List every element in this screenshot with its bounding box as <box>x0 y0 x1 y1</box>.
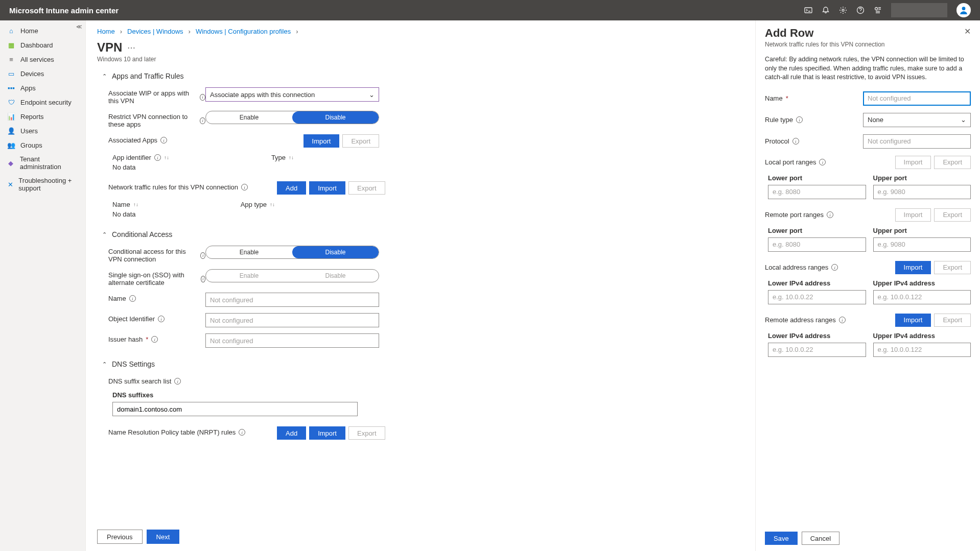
sidebar-item-apps[interactable]: ▪▪▪Apps <box>0 81 85 95</box>
info-icon[interactable]: i <box>241 184 248 190</box>
info-icon[interactable]: i <box>239 429 245 436</box>
info-icon[interactable]: i <box>174 378 181 385</box>
rule-type-dropdown[interactable]: None⌄ <box>863 113 971 127</box>
info-icon[interactable]: i <box>160 137 167 143</box>
tenant-icon: ◆ <box>7 159 15 167</box>
sidebar-item-groups[interactable]: 👥Groups <box>0 138 85 152</box>
suffix-input[interactable] <box>112 402 358 416</box>
cloudshell-icon[interactable] <box>804 6 812 14</box>
sidebar-item-label: Dashboard <box>20 41 53 49</box>
sidebar-item-label: Devices <box>20 70 44 78</box>
avatar[interactable] <box>956 3 971 17</box>
sidebar-item-dashboard[interactable]: ▦Dashboard <box>0 38 85 52</box>
collapse-icon[interactable]: ≪ <box>76 23 82 30</box>
info-icon[interactable]: i <box>129 295 136 302</box>
lower-port-input[interactable] <box>768 185 866 199</box>
help-icon[interactable] <box>856 6 865 14</box>
info-icon[interactable]: i <box>839 317 846 323</box>
info-icon[interactable]: i <box>201 276 205 282</box>
toggle-disable[interactable]: Disable <box>292 111 379 124</box>
sidebar-item-endpoint-security[interactable]: 🛡Endpoint security <box>0 95 85 109</box>
toggle-enable[interactable]: Enable <box>206 246 292 258</box>
col-name[interactable]: Name <box>112 201 130 208</box>
account-block[interactable] <box>891 3 947 17</box>
col-type[interactable]: Type <box>271 154 286 161</box>
export-button: Export <box>934 261 971 274</box>
upper-port-input[interactable] <box>873 237 971 252</box>
lower-port-input[interactable] <box>768 237 866 252</box>
import-button[interactable]: Import <box>895 261 931 274</box>
import-button[interactable]: Import <box>309 426 345 440</box>
restrict-toggle[interactable]: EnableDisable <box>205 111 379 124</box>
sort-icon[interactable]: ↑↓ <box>164 155 169 160</box>
info-icon[interactable]: i <box>158 316 165 322</box>
previous-button[interactable]: Previous <box>97 530 143 544</box>
info-icon[interactable]: i <box>151 336 158 343</box>
protocol-input[interactable] <box>863 134 971 149</box>
import-button[interactable]: Import <box>304 134 340 148</box>
add-button[interactable]: Add <box>277 181 306 195</box>
section-toggle[interactable]: ⌃DNS Settings <box>102 360 744 368</box>
sort-icon[interactable]: ↑↓ <box>289 155 294 160</box>
add-button[interactable]: Add <box>277 426 306 440</box>
info-icon[interactable]: i <box>831 264 838 271</box>
close-icon[interactable]: ✕ <box>964 27 971 36</box>
col-app-id[interactable]: App identifier <box>112 154 151 161</box>
import-button[interactable]: Import <box>309 181 345 195</box>
chevron-right-icon: › <box>296 28 298 35</box>
sidebar-item-devices[interactable]: ▭Devices <box>0 66 85 81</box>
info-icon[interactable]: i <box>792 138 799 145</box>
name-input[interactable] <box>863 91 971 106</box>
info-icon[interactable]: i <box>200 252 205 259</box>
import-button[interactable]: Import <box>895 314 931 327</box>
lower-ip-input[interactable] <box>768 343 866 357</box>
oid-input[interactable] <box>205 313 379 327</box>
toggle-disable[interactable]: Disable <box>292 246 379 258</box>
info-icon[interactable]: i <box>154 154 161 161</box>
sidebar-item-home[interactable]: ⌂Home <box>0 23 85 38</box>
ca-toggle[interactable]: EnableDisable <box>205 246 379 259</box>
sidebar-item-all-services[interactable]: ≡All services <box>0 52 85 66</box>
save-button[interactable]: Save <box>765 532 798 545</box>
cancel-button[interactable]: Cancel <box>802 532 839 545</box>
info-icon[interactable]: i <box>200 117 205 124</box>
next-button[interactable]: Next <box>147 530 180 544</box>
associate-dropdown[interactable]: Associate apps with this connection⌄ <box>205 87 379 102</box>
breadcrumb-link[interactable]: Home <box>97 28 115 35</box>
label-upper-ip: Upper IPv4 address <box>873 279 971 287</box>
dropdown-value: Associate apps with this connection <box>210 91 315 99</box>
feedback-icon[interactable] <box>874 6 882 14</box>
info-icon[interactable]: i <box>796 116 803 123</box>
sort-icon[interactable]: ↑↓ <box>133 202 138 207</box>
notifications-icon[interactable] <box>822 6 830 14</box>
export-button: Export <box>348 426 385 440</box>
sidebar-item-troubleshoot[interactable]: ✕Troubleshooting + support <box>0 174 85 195</box>
sidebar-item-reports[interactable]: 📊Reports <box>0 109 85 124</box>
info-icon[interactable]: i <box>819 159 826 165</box>
hash-input[interactable] <box>205 333 379 348</box>
upper-port-input[interactable] <box>873 185 971 199</box>
info-icon[interactable]: i <box>200 94 205 101</box>
breadcrumb-link[interactable]: Windows | Configuration profiles <box>196 28 291 35</box>
section-dns: ⌃DNS Settings DNS suffix search listi DN… <box>102 360 744 440</box>
name-input[interactable] <box>205 293 379 307</box>
chevron-right-icon: › <box>189 28 191 35</box>
sort-icon[interactable]: ↑↓ <box>270 202 275 207</box>
sidebar: ≪ ⌂Home ▦Dashboard ≡All services ▭Device… <box>0 20 86 551</box>
lower-ip-input[interactable] <box>768 290 866 304</box>
info-icon[interactable]: i <box>827 211 833 218</box>
sidebar-item-tenant[interactable]: ◆Tenant administration <box>0 152 85 174</box>
sidebar-item-label: Users <box>20 127 38 135</box>
toggle-enable[interactable]: Enable <box>206 111 292 124</box>
col-app-type[interactable]: App type <box>241 201 267 208</box>
export-button: Export <box>348 181 385 195</box>
settings-icon[interactable] <box>839 6 847 14</box>
section-toggle[interactable]: ⌃Apps and Traffic Rules <box>102 72 744 80</box>
sidebar-item-users[interactable]: 👤Users <box>0 124 85 138</box>
upper-ip-input[interactable] <box>873 290 971 304</box>
breadcrumb-link[interactable]: Devices | Windows <box>127 28 183 35</box>
more-icon[interactable]: ⋯ <box>127 43 136 53</box>
upper-ip-input[interactable] <box>873 343 971 357</box>
chevron-right-icon: › <box>120 28 122 35</box>
section-toggle[interactable]: ⌃Conditional Access <box>102 230 744 238</box>
